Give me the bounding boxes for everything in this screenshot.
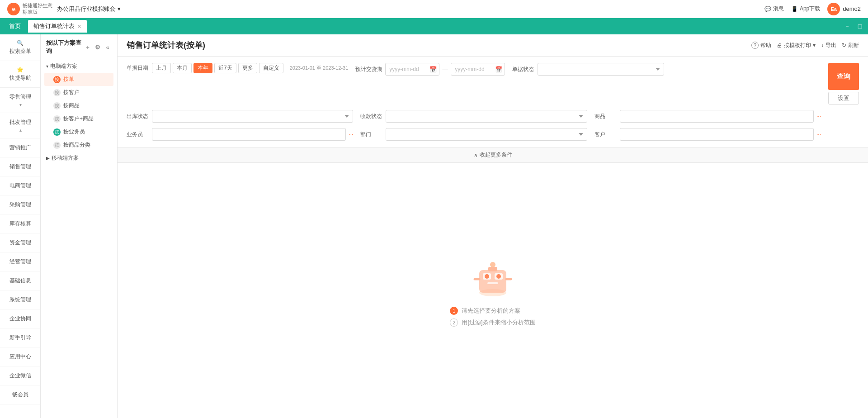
scheme-settings-button[interactable]: ⚙ (94, 43, 102, 51)
order-status-label: 单据状态 (512, 66, 535, 73)
empty-tip-1: 1 请先选择要分析的方案 (450, 307, 535, 315)
scheme-section-mobile-header[interactable]: ▶ 移动端方案 (44, 152, 113, 165)
customer-label: 客户 (594, 131, 617, 138)
sidebar-item-operations[interactable]: 经营管理 (0, 252, 40, 271)
header-left: 畅 畅捷通好生意 标准版 办公用品行业模拟账套 ▾ (7, 3, 121, 15)
payment-status-select[interactable] (386, 110, 587, 123)
sidebar-item-inventory[interactable]: 库存核算 (0, 214, 40, 233)
customer-more-icon[interactable]: ··· (816, 131, 821, 138)
sidebar-item-enterprise[interactable]: 企业协同 (0, 309, 40, 328)
scheme-section-mobile: ▶ 移动端方案 (41, 152, 117, 165)
scheme-item-icon-by-order: 按 (53, 76, 61, 83)
scheme-section-pc: ▾ 电脑端方案 按 按单 按 按客户 按 按商品 按 按客户+商品 (41, 60, 117, 152)
chevron-down-icon: ▾ (19, 102, 22, 107)
tab-home[interactable]: 首页 (4, 20, 26, 33)
tab-sales-order-stats[interactable]: 销售订单统计表 ✕ (28, 20, 87, 33)
scheme-item-by-category[interactable]: 按 按商品分类 (44, 138, 113, 152)
template-print-button[interactable]: 🖨 按模板打印 ▾ (777, 42, 816, 49)
sidebar-item-retail[interactable]: 零售管理 ▾ (0, 88, 40, 113)
collapse-bar[interactable]: ∧ 收起更多条件 (118, 147, 868, 163)
more-date-btn[interactable]: 更多 (238, 63, 257, 73)
sidebar-item-basic-info[interactable]: 基础信息 (0, 271, 40, 290)
product-more-icon[interactable]: ··· (816, 113, 821, 119)
shipment-status-select[interactable] (152, 110, 353, 123)
export-icon: ↓ (821, 42, 824, 48)
empty-state: 1 请先选择要分析的方案 2 用[过滤]条件来缩小分析范围 (450, 254, 535, 327)
search-reset-col: 查询 设置 (828, 63, 859, 104)
custom-date-btn[interactable]: 自定义 (259, 63, 283, 73)
sidebar-item-quick-nav[interactable]: ⭐ 快捷导航 (0, 61, 40, 88)
help-icon: ? (751, 42, 759, 49)
chevron-right-icon: ▶ (46, 156, 50, 161)
tip-num-2: 2 (450, 318, 458, 327)
refresh-icon: ↻ (842, 42, 846, 48)
this-month-btn[interactable]: 本月 (173, 63, 192, 73)
maximize-button[interactable]: □ (855, 22, 864, 31)
refresh-button[interactable]: ↻ 刷新 (842, 42, 859, 49)
export-button[interactable]: ↓ 导出 (821, 42, 836, 49)
product-input[interactable] (620, 110, 814, 123)
date-btn-group: 上月 本月 本年 近7天 更多 自定义 (152, 63, 283, 73)
scheme-section-pc-header[interactable]: ▾ 电脑端方案 (44, 60, 113, 73)
sidebar-item-enterprise-wechat[interactable]: 企业微信 (0, 366, 40, 385)
expected-delivery-end-input[interactable] (451, 63, 505, 76)
sidebar-item-newbie[interactable]: 新手引导 (0, 328, 40, 347)
sidebar-item-wholesale[interactable]: 批发管理 ▴ (0, 113, 40, 138)
product-label: 商品 (594, 113, 617, 120)
last-7days-btn[interactable]: 近7天 (214, 63, 236, 73)
sidebar-item-sales[interactable]: 销售管理 (0, 157, 40, 176)
scheme-item-by-staff[interactable]: 按 按业务员 (44, 125, 113, 138)
last-month-btn[interactable]: 上月 (152, 63, 171, 73)
scheme-item-icon-by-category: 按 (53, 142, 61, 149)
sidebar-item-vip[interactable]: 畅会员 (0, 385, 40, 404)
staff-input[interactable] (152, 128, 346, 141)
scheme-item-by-customer-product[interactable]: 按 按客户+商品 (44, 112, 113, 125)
date-separator: — (442, 66, 448, 73)
app-selector[interactable]: 办公用品行业模拟账套 ▾ (57, 5, 121, 13)
scheme-item-icon-by-product: 按 (53, 102, 61, 109)
department-select[interactable] (386, 128, 587, 141)
sidebar-item-search-menu[interactable]: 🔍 搜索菜单 (0, 34, 40, 61)
sidebar-item-system[interactable]: 系统管理 (0, 290, 40, 309)
scheme-item-by-product[interactable]: 按 按商品 (44, 99, 113, 112)
mobile-icon: 📱 (791, 6, 798, 12)
user-area[interactable]: Ea demo2 (827, 3, 861, 15)
scheme-item-by-order[interactable]: 按 按单 (44, 73, 113, 86)
sidebar-item-marketing[interactable]: 营销推广 (0, 138, 40, 157)
search-button[interactable]: 查询 (828, 63, 859, 90)
scheme-item-icon-by-customer-product: 按 (53, 115, 61, 123)
this-year-btn[interactable]: 本年 (193, 63, 212, 73)
sidebar-item-ecommerce[interactable]: 电商管理 (0, 176, 40, 195)
scheme-actions: + ⚙ « (84, 43, 112, 51)
scheme-add-button[interactable]: + (84, 43, 92, 51)
date-label: 单据日期 (127, 64, 149, 72)
app-download-action[interactable]: 📱 App下载 (791, 5, 820, 13)
tab-close-icon[interactable]: ✕ (77, 24, 81, 29)
message-action[interactable]: 💬 消息 (764, 5, 784, 13)
sidebar-item-finance[interactable]: 资金管理 (0, 233, 40, 252)
search-icon: 🔍 (17, 40, 24, 46)
sidebar-item-purchase[interactable]: 采购管理 (0, 195, 40, 214)
staff-label: 业务员 (127, 131, 149, 138)
customer-input[interactable] (620, 128, 814, 141)
avatar: Ea (827, 3, 840, 15)
header-right: 💬 消息 📱 App下载 Ea demo2 (764, 3, 861, 15)
help-button[interactable]: ? 帮助 (751, 42, 771, 49)
expected-delivery-start-input[interactable] (385, 63, 439, 76)
staff-more-icon[interactable]: ··· (349, 131, 353, 138)
sidebar-item-app-center[interactable]: 应用中心 (0, 347, 40, 366)
expected-delivery-end-wrap: 📅 (451, 63, 505, 76)
body-content: 1 请先选择要分析的方案 2 用[过滤]条件来缩小分析范围 (118, 163, 868, 418)
minimize-button[interactable]: － (843, 22, 852, 31)
payment-status-cell: 收款状态 (360, 110, 587, 123)
reset-button[interactable]: 设置 (828, 92, 859, 104)
main-panel: 销售订单统计表(按单) ? 帮助 🖨 按模板打印 ▾ ↓ (118, 34, 868, 418)
scheme-item-by-customer[interactable]: 按 按客户 (44, 86, 113, 99)
scheme-item-icon-by-customer: 按 (53, 89, 61, 96)
tip-num-1: 1 (450, 307, 458, 315)
tab-bar-actions: － □ (843, 22, 864, 31)
order-status-select[interactable] (538, 63, 664, 76)
scheme-collapse-button[interactable]: « (104, 43, 112, 51)
logo-text: 畅捷通好生意 标准版 (23, 3, 52, 14)
content-area: 按以下方案查询 + ⚙ « ▾ 电脑端方案 按 按单 按 按客户 (41, 34, 868, 418)
